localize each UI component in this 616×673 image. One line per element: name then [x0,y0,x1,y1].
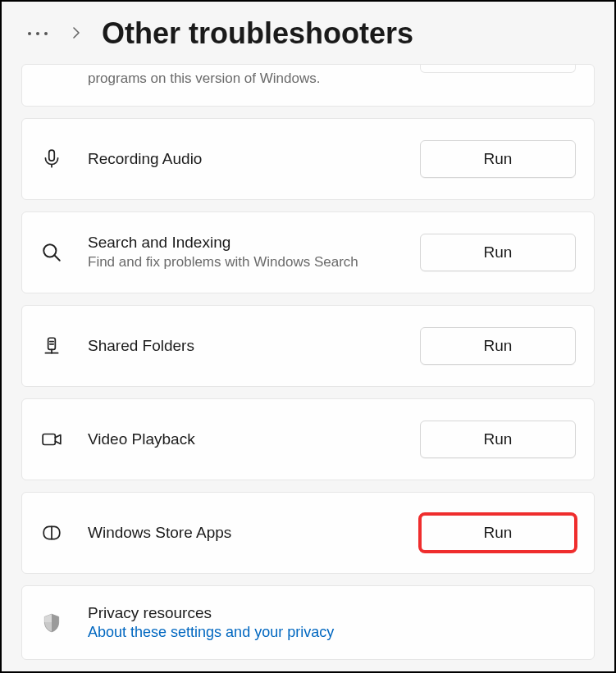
item-title: Video Playback [88,430,395,448]
item-title: Windows Store Apps [88,524,395,542]
privacy-resources-card: Privacy resources About these settings a… [21,585,595,660]
run-button[interactable]: Run [420,140,576,178]
more-icon[interactable] [28,32,48,35]
video-icon [40,429,63,450]
item-subtitle: Find and fix problems with Windows Searc… [88,253,395,271]
item-title: Shared Folders [88,337,395,355]
troubleshooter-item-search: Search and Indexing Find and fix problem… [21,211,595,293]
troubleshooter-item-store-apps: Windows Store Apps Run [21,492,595,574]
mic-icon [40,148,63,170]
run-button[interactable]: Run [420,514,576,552]
item-title: Search and Indexing [88,234,395,252]
troubleshooter-item-shared-folders: Shared Folders Run [21,305,595,387]
chevron-right-icon [71,25,82,43]
item-subtitle: programs on this version of Windows. [88,70,395,88]
shield-icon [40,612,63,634]
run-button[interactable]: Run [420,327,576,365]
page-title: Other troubleshooters [102,16,413,51]
troubleshooter-list: programs on this version of Windows. Rec… [2,57,614,673]
store-apps-icon [40,522,63,543]
run-button[interactable]: Run [420,234,576,271]
privacy-link[interactable]: About these settings and your privacy [88,624,576,641]
svg-rect-3 [43,434,55,445]
troubleshooter-item-video: Video Playback Run [21,398,595,480]
troubleshooter-item-partial: programs on this version of Windows. [21,64,595,107]
troubleshooter-item-recording-audio: Recording Audio Run [21,118,595,200]
shared-folder-icon [40,335,63,357]
run-button[interactable]: Run [420,421,576,458]
search-icon [40,242,63,263]
item-title: Recording Audio [88,150,395,168]
privacy-title: Privacy resources [88,604,576,622]
breadcrumb-header: Other troubleshooters [2,2,614,57]
run-button-partial[interactable] [420,65,576,73]
svg-rect-0 [49,150,55,161]
